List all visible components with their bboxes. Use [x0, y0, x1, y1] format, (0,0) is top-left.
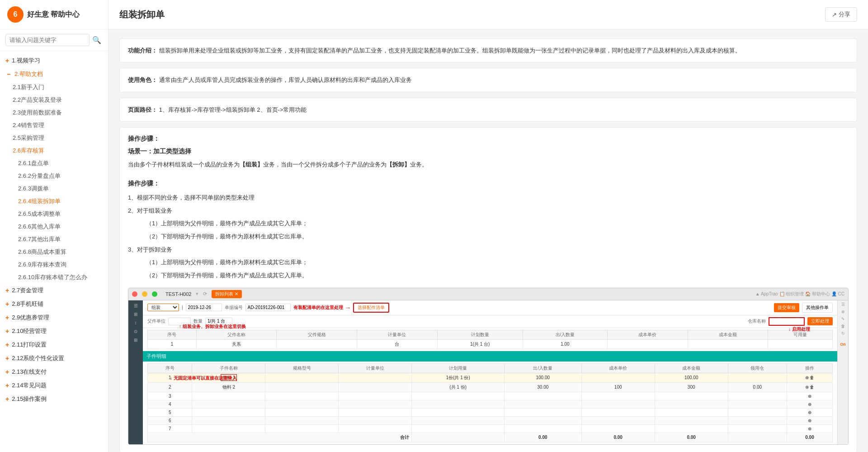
screenshot-container: TEST-H002 ▾ ⟳ 拆卸列表 ✕ ▲ AppTrao 📋 组织管理 🏠 …: [128, 288, 849, 445]
sidebar-item-sub264[interactable]: 2.6.4组装拆卸单: [0, 195, 108, 208]
right-panel-icon4: 🗑: [841, 324, 845, 328]
function-intro-label: 功能介绍：: [128, 47, 157, 54]
step3: 3、对于拆卸业务: [128, 244, 849, 256]
scenario1-desc: 当由多个子件材料组装成一个成品的业务为【组装】业务，当由一个父件拆分成多个子产品…: [128, 159, 849, 171]
parent-table: 序号 父件名称 父件规格 计量单位 计划数量 出/入数量 成本单价 成本金额 可: [147, 330, 833, 349]
sidebar-item-sub2610[interactable]: 2.6.10库存账本错了怎么办: [0, 271, 108, 284]
plus-icon: +: [5, 395, 9, 403]
sidebar-item-cat7[interactable]: + 2.7资金管理: [0, 284, 108, 297]
mini-sidebar-icon2: ⊞: [134, 312, 137, 317]
plus-icon: +: [5, 328, 9, 335]
type-select[interactable]: 加工类型 组装: [147, 304, 179, 311]
submit-btn[interactable]: 提交审核: [774, 303, 799, 312]
topbar-new-btn[interactable]: 拆卸列表 ✕: [212, 290, 242, 298]
sidebar-item-sub269[interactable]: 2.6.9库存账本查询: [0, 258, 108, 271]
search-button[interactable]: 🔍: [90, 35, 104, 45]
step2-2: （2）下部明细为子件明细，最终作为原材料生成其它出库单。: [128, 231, 849, 243]
scenario1-label: 场景一：加工类型选择: [128, 147, 849, 156]
on-toggle[interactable]: On: [840, 342, 846, 347]
use-role-block: 使用角色： 通常由生产人员或库管人员完成拆装业务的操作，库管人员确认原材料的出库…: [119, 68, 857, 92]
function-intro-text: 组装拆卸单用来处理企业组装或拆卸等加工业务，支持有固定装配清单的产品加工业务，也…: [159, 47, 741, 54]
sidebar-item-sub23[interactable]: 2.3使用前数据准备: [0, 106, 108, 119]
sidebar-item-sub267[interactable]: 2.6.7其他出库单: [0, 233, 108, 246]
sidebar-item-sub261[interactable]: 2.6.1盘点单: [0, 157, 108, 170]
page-path-text: 1、库存核算->库存管理->组装拆卸单 2、首页->常用功能: [159, 106, 307, 113]
warehouse-input[interactable]: [769, 317, 805, 326]
sidebar-item-cat10[interactable]: + 2.10经营管理: [0, 324, 108, 338]
doc-code-input[interactable]: [245, 304, 291, 311]
use-role-text: 通常由生产人员或库管人员完成拆装业务的操作，库管人员确认原材料的出库和产成品的入…: [159, 76, 412, 83]
right-panel-icon1: ☰: [841, 302, 845, 307]
step2-1: （1）上部明细为父件明细，最终作为产成品生成其它入库单；: [128, 218, 849, 229]
share-button[interactable]: ↗ 分享: [825, 7, 857, 22]
bottom-table-header: 子件明细: [143, 351, 837, 362]
right-panel-icon3: ✎: [841, 317, 845, 321]
step3-1: （1）上部明细为父件明细，最终作为原材料生成其它出库单；: [128, 257, 849, 268]
logo-text: 好生意 帮助中心: [27, 10, 80, 19]
right-panel-icon2: ⊕: [841, 309, 845, 314]
page-path-block: 页面路径： 1、库存核算->库存管理->组装拆卸单 2、首页->常用功能: [119, 98, 857, 122]
sidebar-item-sub266[interactable]: 2.6.6其他入库单: [0, 220, 108, 233]
plus-icon: +: [5, 314, 9, 321]
annotation3: ↓ 启用处理: [788, 326, 810, 333]
sidebar-item-sub263[interactable]: 2.6.3调拨单: [0, 182, 108, 195]
sidebar-item-sub24[interactable]: 2.4销售管理: [0, 119, 108, 132]
steps-content: 1、根据不同的业务，选择不同单据的类型来处理 2、对于组装业务 （1）上部明细为…: [128, 192, 849, 281]
sidebar-item-cat9[interactable]: + 2.9优惠券管理: [0, 311, 108, 324]
function-intro-block: 功能介绍： 组装拆卸单用来处理企业组装或拆卸等加工业务，支持有固定装配清单的产品…: [119, 38, 857, 62]
step2: 2、对于组装业务: [128, 205, 849, 217]
sidebar-item-sub21[interactable]: 2.1新手入门: [0, 81, 108, 94]
page-title: 组装拆卸单: [119, 9, 165, 21]
mini-sidebar-icon5: ⊞: [134, 338, 137, 343]
sidebar: 6 好生意 帮助中心 🔍 + 1.视频学习 − 2.帮助文档 2.1新手入门 2…: [0, 0, 108, 452]
sidebar-item-cat13[interactable]: + 2.13在线支付: [0, 365, 108, 379]
use-role-label: 使用角色：: [128, 76, 157, 83]
main-content: 组装拆卸单 ↗ 分享 功能介绍： 组装拆卸单用来处理企业组装或拆卸等加工业务，支…: [108, 0, 868, 452]
sidebar-item-cat2[interactable]: − 2.帮助文档: [0, 67, 108, 81]
annotation4: ↓ 无固定清单可以直接在这里录入: [170, 375, 237, 381]
annotation1-text: 有装配清单的在这里处理: [293, 305, 343, 311]
sidebar-item-sub265[interactable]: 2.6.5成本调整单: [0, 208, 108, 220]
right-panel-icon5: ↻: [841, 331, 845, 336]
page-path-label: 页面路径：: [128, 106, 157, 113]
save-btn[interactable]: 其他操作单: [802, 303, 833, 313]
plus-icon: +: [5, 368, 9, 376]
ops-steps-sub-label: 操作步骤：: [128, 180, 849, 188]
plus-icon: +: [5, 341, 9, 348]
sidebar-item-cat14[interactable]: + 2.14常见问题: [0, 379, 108, 392]
sidebar-item-cat8[interactable]: + 2.8手机旺铺: [0, 297, 108, 311]
sidebar-item-sub25[interactable]: 2.5采购管理: [0, 132, 108, 144]
nav-list: + 1.视频学习 − 2.帮助文档 2.1新手入门 2.2产品安装及登录 2.3…: [0, 51, 108, 452]
mini-sidebar-icon1: ☰: [134, 303, 138, 308]
sidebar-item-cat12[interactable]: + 2.12系统个性化设置: [0, 352, 108, 365]
logo-icon: 6: [7, 6, 24, 23]
date-field: |: [182, 305, 183, 310]
date-input[interactable]: [186, 304, 222, 311]
minus-icon: −: [5, 71, 12, 78]
main-header: 组装拆卸单 ↗ 分享: [108, 0, 868, 29]
logo-area: 6 好生意 帮助中心: [0, 0, 108, 29]
step1: 1、根据不同的业务，选择不同单据的类型来处理: [128, 192, 849, 204]
mini-sidebar-icon3: ↕: [135, 320, 137, 325]
sidebar-item-sub26[interactable]: 2.6库存核算: [0, 144, 108, 157]
share-icon: ↗: [832, 11, 837, 18]
plus-icon: +: [5, 57, 9, 64]
sidebar-item-sub262[interactable]: 2.6.2分量盘点单: [0, 170, 108, 182]
mini-sidebar-icon4: ⊙: [134, 329, 137, 334]
fixed-bill-btn[interactable]: 选择配件清单: [353, 303, 389, 313]
step3-2: （2）下部明细为子件明细，最终作为产成品生成其它入库单。: [128, 270, 849, 281]
screenshot-topbar-id: TEST-H002: [165, 291, 191, 297]
apply-btn[interactable]: 立即处理: [807, 317, 833, 325]
plus-icon: +: [5, 287, 9, 294]
sidebar-item-sub268[interactable]: 2.6.8商品成本重算: [0, 246, 108, 258]
ops-steps-label: 操作步骤：: [128, 135, 849, 143]
steps-block: 操作步骤： 场景一：加工类型选择 当由多个子件材料组装成一个成品的业务为【组装】…: [119, 127, 857, 452]
annotation2: ↑ 组装业务、拆卸业务在这里切换: [179, 324, 246, 330]
search-box: 🔍: [0, 29, 108, 51]
sidebar-item-cat15[interactable]: + 2.15操作案例: [0, 392, 108, 406]
sidebar-item-cat11[interactable]: + 2.11打印设置: [0, 338, 108, 352]
child-table: 序号 子件名称 规格型号 计量单位 计划用量 出/入数量 成本单价 成本金额 领: [147, 363, 833, 442]
sidebar-item-cat1[interactable]: + 1.视频学习: [0, 54, 108, 67]
sidebar-item-sub22[interactable]: 2.2产品安装及登录: [0, 94, 108, 106]
search-input[interactable]: [5, 34, 90, 46]
